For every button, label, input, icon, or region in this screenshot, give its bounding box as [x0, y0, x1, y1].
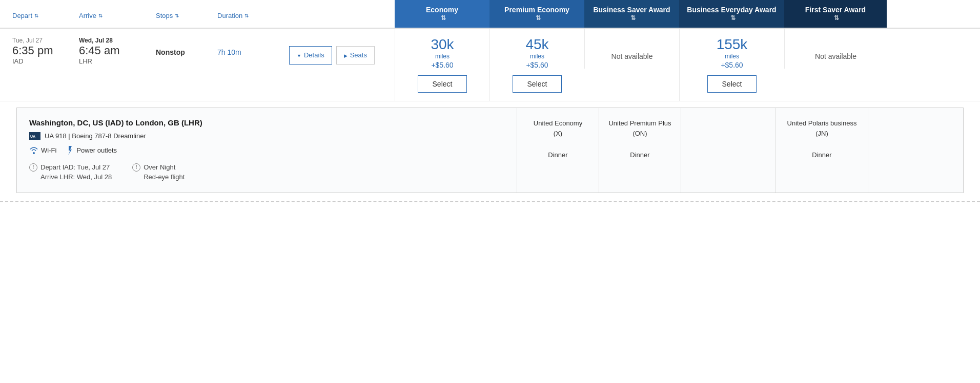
- details-flight-info: Washington, DC, US (IAD) to London, GB (…: [17, 108, 517, 193]
- details-panel: Washington, DC, US (IAD) to London, GB (…: [16, 108, 964, 193]
- details-route: Washington, DC, US (IAD) to London, GB (…: [29, 118, 504, 127]
- timing-row: ! Depart IAD: Tue, Jul 27 Arrive LHR: We…: [29, 162, 504, 182]
- details-label: Details: [304, 51, 324, 59]
- overnight-title: Over Night: [144, 162, 185, 173]
- depart-arrive-timing: ! Depart IAD: Tue, Jul 27 Arrive LHR: We…: [29, 162, 112, 182]
- overnight-info-icon: !: [132, 163, 140, 172]
- premium-select-label: Select: [527, 80, 547, 88]
- flight-number-text: UA 918 | Boeing 787-8 Dreamliner: [45, 132, 146, 140]
- premium-fees: +$5.60: [526, 61, 548, 69]
- duration-value: 7h 10m: [217, 48, 241, 56]
- economy-fees: +$5.60: [431, 61, 453, 69]
- economy-miles-label: miles: [435, 53, 450, 60]
- biz-everyday-price-cell: 155k miles +$5.60 Select: [679, 29, 784, 101]
- depart-label: Depart: [12, 12, 32, 19]
- seats-chevron-icon: [344, 51, 348, 59]
- power-icon: [67, 146, 74, 155]
- details-chevron-icon: [297, 51, 301, 59]
- economy-price-cell: 30k miles +$5.60 Select: [395, 29, 489, 101]
- depart-date: Tue, Jul 27: [12, 37, 79, 44]
- details-panel-wrapper: Washington, DC, US (IAD) to London, GB (…: [0, 101, 980, 193]
- first-saver-column-header[interactable]: First Saver Award ⇅: [784, 0, 887, 28]
- seats-button[interactable]: Seats: [336, 46, 375, 65]
- duration-info: 7h 10m: [217, 37, 289, 56]
- power-label: Power outlets: [76, 146, 117, 154]
- overnight-text: Over Night Red-eye flight: [144, 162, 185, 182]
- biz-everyday-miles-label: miles: [725, 53, 739, 60]
- premium-economy-column-header[interactable]: Premium Economy ⇅: [489, 0, 584, 28]
- economy-title: Economy: [426, 5, 458, 14]
- duration-label: Duration: [217, 12, 242, 19]
- header-row: Depart Arrive Stops: [0, 0, 980, 29]
- economy-column-header[interactable]: Economy ⇅: [395, 0, 489, 28]
- wifi-amenity: Wi-Fi: [29, 146, 56, 154]
- premium-select-button[interactable]: Select: [513, 75, 562, 93]
- biz-everyday-select-button[interactable]: Select: [707, 75, 757, 93]
- premium-cabin-meal: Dinner: [605, 150, 675, 161]
- biz-saver-title: Business Saver Award: [593, 5, 670, 14]
- first-saver-not-available: Not available: [815, 37, 856, 60]
- economy-miles: 30k: [431, 37, 454, 53]
- wifi-label: Wi-Fi: [41, 146, 56, 154]
- flight-info-cell: Tue, Jul 27 6:35 pm IAD Wed, Jul 28 6:45…: [0, 29, 395, 73]
- economy-select-button[interactable]: Select: [418, 75, 467, 93]
- biz-everyday-miles: 155k: [717, 37, 748, 53]
- premium-price-cell: 45k miles +$5.60 Select: [489, 29, 584, 101]
- depart-airport: IAD: [12, 57, 79, 65]
- stops-sort-header[interactable]: Stops: [156, 12, 217, 19]
- depart-time: 6:35 pm: [12, 44, 79, 57]
- biz-everyday-select-label: Select: [722, 80, 742, 88]
- details-economy-cabin: United Economy (X) Dinner: [517, 108, 599, 193]
- economy-cabin-meal: Dinner: [523, 150, 593, 161]
- arrive-time: 6:45 am: [79, 44, 156, 57]
- details-polaris-cabin: United Polaris business (JN) Dinner: [776, 108, 868, 193]
- wifi-icon: [29, 147, 38, 154]
- arrive-airport: LHR: [79, 57, 156, 65]
- flight-actions: Details Seats: [289, 37, 389, 65]
- premium-economy-title: Premium Economy: [504, 5, 569, 14]
- first-saver-price-cell: Not available: [784, 29, 887, 69]
- overnight-sub: Red-eye flight: [144, 172, 185, 182]
- economy-cabin-class: United Economy: [523, 118, 593, 129]
- page-bottom-border: [0, 201, 980, 202]
- biz-saver-not-available: Not available: [611, 37, 653, 60]
- biz-saver-price-cell: Not available: [584, 29, 679, 69]
- duration-sort-header[interactable]: Duration: [217, 12, 289, 19]
- details-button[interactable]: Details: [289, 46, 332, 65]
- stops-label: Stops: [156, 12, 173, 19]
- amenities-row: Wi-Fi Power outlets: [29, 146, 504, 155]
- depart-sort-header[interactable]: Depart: [12, 12, 79, 19]
- biz-saver-column-header[interactable]: Business Saver Award ⇅: [584, 0, 679, 28]
- biz-everyday-column-header[interactable]: Business Everyday Award ⇅: [679, 0, 784, 28]
- premium-miles: 45k: [525, 37, 548, 53]
- stops-sort-icon: [175, 13, 179, 18]
- details-biz-saver-cabin: [681, 108, 776, 193]
- biz-everyday-title: Business Everyday Award: [687, 5, 776, 14]
- biz-everyday-fees: +$5.60: [721, 61, 743, 69]
- depart-sort-icon: [34, 13, 38, 18]
- stops-value: Nonstop: [156, 48, 185, 56]
- svg-text:UA: UA: [30, 135, 35, 138]
- premium-economy-sort-icon: ⇅: [536, 14, 541, 23]
- flight-data-row: Tue, Jul 27 6:35 pm IAD Wed, Jul 28 6:45…: [0, 29, 980, 101]
- power-amenity: Power outlets: [67, 146, 117, 155]
- first-saver-title: First Saver Award: [805, 5, 866, 14]
- depart-iad-text: Depart IAD: Tue, Jul 27: [40, 162, 112, 173]
- arrive-label: Arrive: [79, 12, 96, 19]
- flight-info-headers: Depart Arrive Stops: [0, 0, 395, 28]
- polaris-cabin-code: (JN): [782, 129, 862, 139]
- details-first-saver-cabin: [868, 108, 963, 193]
- details-premium-cabin: United Premium Plus (ON) Dinner: [599, 108, 681, 193]
- biz-saver-sort-icon: ⇅: [630, 14, 636, 23]
- polaris-cabin-meal: Dinner: [782, 150, 862, 161]
- premium-cabin-code: (ON): [605, 129, 675, 139]
- arrive-lhr-text: Arrive LHR: Wed, Jul 28: [40, 172, 112, 182]
- arrive-sort-header[interactable]: Arrive: [79, 12, 156, 19]
- depart-info: Tue, Jul 27 6:35 pm IAD: [12, 37, 79, 65]
- seats-label: Seats: [350, 51, 367, 59]
- arrive-sort-icon: [98, 13, 103, 18]
- depart-info-icon: !: [29, 163, 37, 172]
- first-saver-sort-icon: ⇅: [834, 14, 839, 23]
- arrive-info: Wed, Jul 28 6:45 am LHR: [79, 37, 156, 65]
- details-flight-number: UA UA 918 | Boeing 787-8 Dreamliner: [29, 132, 504, 140]
